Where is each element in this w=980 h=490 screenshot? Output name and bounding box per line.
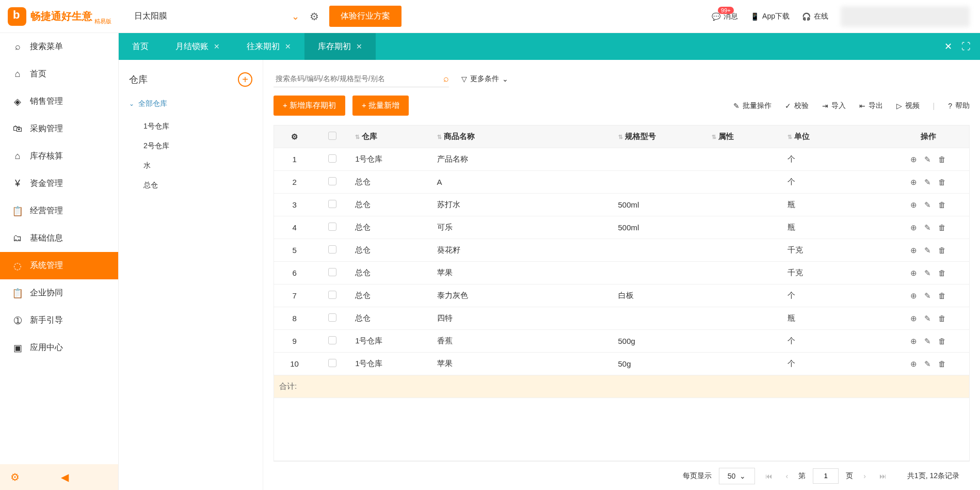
org-dropdown[interactable]: 日太阳膜 ⌄ — [119, 11, 310, 22]
row-checkbox[interactable] — [315, 171, 350, 194]
delete-icon[interactable]: 🗑 — [938, 291, 946, 301]
batch-add-button[interactable]: + 批量新增 — [352, 96, 409, 116]
close-icon[interactable]: ✕ — [214, 42, 220, 51]
sidebar-item-5[interactable]: ¥资金管理 — [0, 170, 118, 197]
video-button[interactable]: ▷视频 — [896, 101, 920, 110]
tab-1[interactable]: 月结锁账✕ — [162, 33, 233, 60]
col-unit[interactable]: ⇅单位 — [782, 125, 888, 148]
copy-icon[interactable]: ⊕ — [910, 268, 917, 278]
copy-icon[interactable]: ⊕ — [910, 200, 917, 210]
warehouse-item-0[interactable]: 1号仓库 — [129, 117, 252, 136]
delete-icon[interactable]: 🗑 — [938, 359, 946, 369]
table-row[interactable]: 1 1号仓库 产品名称 个 ⊕ ✎ 🗑 — [274, 148, 969, 171]
more-filter-button[interactable]: ▽ 更多条件 ⌄ — [461, 74, 508, 84]
next-page-button[interactable]: › — [860, 470, 869, 482]
import-button[interactable]: ⇥导入 — [822, 101, 846, 110]
add-warehouse-button[interactable]: + — [238, 72, 252, 87]
sidebar-item-10[interactable]: ➀新手引导 — [0, 307, 118, 334]
close-icon[interactable]: ✕ — [285, 42, 291, 51]
table-row[interactable]: 4 总仓 可乐 500ml 瓶 ⊕ ✎ 🗑 — [274, 216, 969, 239]
tab-3[interactable]: 库存期初✕ — [304, 33, 376, 60]
copy-icon[interactable]: ⊕ — [910, 155, 917, 164]
delete-icon[interactable]: 🗑 — [938, 268, 946, 278]
sidebar-item-4[interactable]: ⌂库存核算 — [0, 143, 118, 170]
table-row[interactable]: 10 1号仓库 苹果 50g 个 ⊕ ✎ 🗑 — [274, 353, 969, 375]
copy-icon[interactable]: ⊕ — [910, 246, 917, 255]
table-row[interactable]: 8 总仓 四特 瓶 ⊕ ✎ 🗑 — [274, 307, 969, 330]
row-checkbox[interactable] — [315, 194, 350, 216]
page-input[interactable] — [813, 468, 839, 484]
edit-icon[interactable]: ✎ — [924, 246, 931, 255]
row-checkbox[interactable] — [315, 239, 350, 262]
table-row[interactable]: 9 1号仓库 香蕉 500g 个 ⊕ ✎ 🗑 — [274, 330, 969, 353]
cta-button[interactable]: 体验行业方案 — [329, 6, 401, 27]
batch-ops-button[interactable]: ✎批量操作 — [733, 101, 772, 110]
app-download-link[interactable]: 📱 App下载 — [750, 12, 790, 21]
close-all-icon[interactable]: ✕ — [944, 41, 952, 52]
row-checkbox[interactable] — [315, 330, 350, 353]
search-icon[interactable]: ⌕ — [443, 73, 449, 84]
col-warehouse[interactable]: ⇅仓库 — [350, 125, 431, 148]
row-checkbox[interactable] — [315, 307, 350, 330]
col-attr[interactable]: ⇅属性 — [706, 125, 782, 148]
row-checkbox[interactable] — [315, 284, 350, 307]
edit-icon[interactable]: ✎ — [924, 223, 931, 232]
warehouse-item-3[interactable]: 总仓 — [129, 176, 252, 195]
edit-icon[interactable]: ✎ — [924, 178, 931, 187]
logo[interactable]: 畅捷通好生意 精易版 — [0, 7, 119, 26]
sidebar-item-9[interactable]: 📋企业协同 — [0, 279, 118, 307]
col-name[interactable]: ⇅商品名称 — [432, 125, 613, 148]
gear-icon[interactable]: ⚙ — [310, 10, 319, 23]
table-scroll[interactable]: ⚙ ⇅仓库 ⇅商品名称 ⇅规格型号 ⇅属性 ⇅单位 操作 — [274, 125, 970, 461]
warehouse-item-1[interactable]: 2号仓库 — [129, 136, 252, 156]
table-row[interactable]: 3 总仓 苏打水 500ml 瓶 ⊕ ✎ 🗑 — [274, 194, 969, 216]
delete-icon[interactable]: 🗑 — [938, 200, 946, 210]
edit-icon[interactable]: ✎ — [924, 291, 931, 301]
sidebar-item-11[interactable]: ▣应用中心 — [0, 334, 118, 361]
close-icon[interactable]: ✕ — [356, 42, 362, 51]
warehouse-tree-root[interactable]: ⌄ 全部仓库 — [129, 99, 252, 108]
edit-icon[interactable]: ✎ — [924, 268, 931, 278]
edit-icon[interactable]: ✎ — [924, 359, 931, 369]
search-input[interactable] — [274, 70, 443, 87]
row-checkbox[interactable] — [315, 216, 350, 239]
collapse-icon[interactable]: ◀ — [61, 471, 69, 483]
delete-icon[interactable]: 🗑 — [938, 246, 946, 255]
delete-icon[interactable]: 🗑 — [938, 223, 946, 232]
avatar[interactable] — [841, 6, 970, 27]
sidebar-item-3[interactable]: 🛍采购管理 — [0, 115, 118, 143]
delete-icon[interactable]: 🗑 — [938, 155, 946, 164]
online-support-link[interactable]: 🎧 在线 — [802, 12, 828, 21]
verify-button[interactable]: ✓校验 — [785, 101, 809, 110]
row-checkbox[interactable] — [315, 353, 350, 375]
copy-icon[interactable]: ⊕ — [910, 314, 917, 323]
prev-page-button[interactable]: ‹ — [783, 470, 792, 482]
delete-icon[interactable]: 🗑 — [938, 178, 946, 187]
help-button[interactable]: ?帮助 — [948, 101, 970, 110]
copy-icon[interactable]: ⊕ — [910, 291, 917, 301]
messages-link[interactable]: 💬 消息 99+ — [712, 12, 738, 21]
table-row[interactable]: 2 总仓 A 个 ⊕ ✎ 🗑 — [274, 171, 969, 194]
row-checkbox[interactable] — [315, 262, 350, 284]
edit-icon[interactable]: ✎ — [924, 200, 931, 210]
col-checkbox[interactable] — [315, 125, 350, 148]
fullscreen-icon[interactable]: ⛶ — [961, 41, 971, 52]
first-page-button[interactable]: ⏮ — [762, 470, 776, 482]
per-page-select[interactable]: 50 ⌄ — [719, 468, 755, 484]
edit-icon[interactable]: ✎ — [924, 337, 931, 346]
tab-0[interactable]: 首页 — [119, 33, 162, 60]
table-row[interactable]: 5 总仓 葵花籽 千克 ⊕ ✎ 🗑 — [274, 239, 969, 262]
settings-icon[interactable]: ⚙ — [10, 471, 20, 483]
sidebar-item-2[interactable]: ◈销售管理 — [0, 88, 118, 115]
warehouse-item-2[interactable]: 水 — [129, 156, 252, 176]
last-page-button[interactable]: ⏭ — [876, 470, 890, 482]
edit-icon[interactable]: ✎ — [924, 155, 931, 164]
table-row[interactable]: 6 总仓 苹果 千克 ⊕ ✎ 🗑 — [274, 262, 969, 284]
export-button[interactable]: ⇤导出 — [859, 101, 883, 110]
copy-icon[interactable]: ⊕ — [910, 223, 917, 232]
add-stock-button[interactable]: + 新增库存期初 — [274, 96, 345, 116]
sidebar-item-1[interactable]: ⌂首页 — [0, 60, 118, 88]
col-spec[interactable]: ⇅规格型号 — [613, 125, 706, 148]
edit-icon[interactable]: ✎ — [924, 314, 931, 323]
col-gear[interactable]: ⚙ — [274, 125, 315, 148]
